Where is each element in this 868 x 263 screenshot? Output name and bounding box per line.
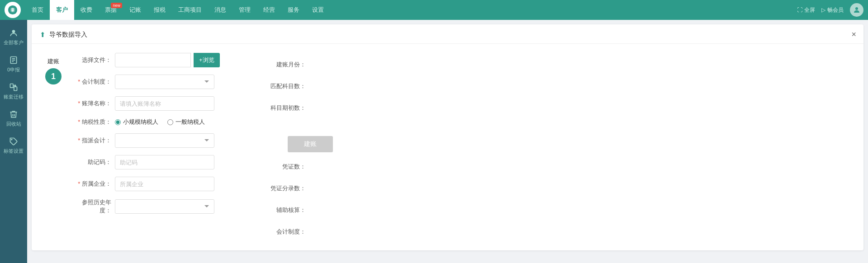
nav-settings[interactable]: 设置 bbox=[306, 0, 330, 20]
panel: ⬆ 导爷数据导入 × 建账 1 选择文件： bbox=[32, 24, 863, 250]
history-row: 参照历史年度： bbox=[75, 198, 247, 215]
svg-rect-9 bbox=[14, 87, 17, 90]
accounting-row: 会计制度： bbox=[75, 75, 247, 89]
step-indicator: 建账 1 bbox=[45, 53, 62, 239]
tax-label: 纳税性质： bbox=[75, 118, 111, 126]
ledger-row: 账簿名称： bbox=[75, 96, 247, 111]
nav-message[interactable]: 消息 bbox=[208, 0, 232, 20]
build-month-label: 建账月份： bbox=[265, 61, 306, 69]
fullscreen-button[interactable]: ⛶ 全屏 bbox=[797, 6, 815, 14]
nav-bookkeeping[interactable]: 记账 bbox=[123, 0, 147, 20]
tax-row: 纳税性质： 小规模纳税人 一般纳税人 bbox=[75, 118, 247, 126]
assign-row: 指派会计： bbox=[75, 133, 247, 148]
logo[interactable] bbox=[5, 2, 21, 18]
file-label: 选择文件： bbox=[75, 56, 111, 64]
transfer-icon bbox=[9, 82, 19, 92]
radio-small-label: 小规模纳税人 bbox=[123, 118, 158, 126]
svg-point-2 bbox=[855, 7, 858, 10]
radio-small-input[interactable] bbox=[115, 119, 121, 125]
nav-business[interactable]: 工商项目 bbox=[172, 0, 208, 20]
assign-select[interactable] bbox=[115, 133, 214, 148]
close-button[interactable]: × bbox=[851, 30, 856, 39]
vip-button[interactable]: ▷ 畅会员 bbox=[821, 6, 844, 14]
build-btn-area: 建账 bbox=[265, 127, 356, 152]
build-button[interactable]: 建账 bbox=[288, 136, 333, 152]
nav-fee[interactable]: 收费 bbox=[74, 0, 99, 20]
sidebar: 全部客户 0申报 账套迁移 bbox=[0, 20, 27, 263]
auxiliary-label: 辅助核算： bbox=[265, 206, 306, 214]
top-nav: 首页 客户 收费 票据 new 记账 报税 工商项目 消息 管理 经营 服务 设… bbox=[0, 0, 868, 20]
history-select[interactable] bbox=[115, 199, 214, 214]
sidebar-item-account-transfer[interactable]: 账套迁移 bbox=[0, 79, 27, 104]
assign-label: 指派会计： bbox=[75, 136, 111, 145]
accounting-system-label: 会计制度： bbox=[265, 228, 306, 236]
file-input-group: +浏览 bbox=[115, 53, 220, 67]
upload-icon: ⬆ bbox=[40, 31, 46, 39]
accounting-label: 会计制度： bbox=[75, 78, 111, 86]
svg-point-3 bbox=[12, 30, 15, 33]
fullscreen-label: 全屏 bbox=[804, 6, 815, 14]
new-badge: new bbox=[111, 3, 122, 8]
person-icon bbox=[9, 28, 19, 38]
accounting-select[interactable] bbox=[115, 75, 214, 89]
nav-right: ⛶ 全屏 ▷ 畅会员 bbox=[797, 3, 863, 17]
form-fields: 选择文件： +浏览 会计制度： bbox=[75, 53, 247, 239]
nav-customer[interactable]: 客户 bbox=[50, 0, 74, 20]
fullscreen-icon: ⛶ bbox=[797, 7, 802, 13]
vip-icon: ▷ bbox=[821, 7, 825, 13]
nav-invoice[interactable]: 票据 new bbox=[99, 0, 123, 20]
ledger-label: 账簿名称： bbox=[75, 99, 111, 108]
browse-button[interactable]: +浏览 bbox=[194, 53, 220, 67]
avatar[interactable] bbox=[850, 3, 863, 17]
radio-general-taxpayer[interactable]: 一般纳税人 bbox=[167, 118, 205, 126]
info-init-balance: 科目期初数： bbox=[265, 101, 356, 115]
nav-items: 首页 客户 收费 票据 new 记账 报税 工商项目 消息 管理 经营 服务 设… bbox=[25, 0, 797, 20]
svg-point-10 bbox=[11, 139, 12, 140]
file-text-input[interactable] bbox=[115, 53, 191, 67]
panel-header: ⬆ 导爷数据导入 × bbox=[32, 24, 863, 44]
sidebar-item-tag-settings[interactable]: 标签设置 bbox=[0, 133, 27, 158]
sidebar-item-all-customers[interactable]: 全部客户 bbox=[0, 24, 27, 50]
radio-general-input[interactable] bbox=[167, 119, 173, 125]
memo-label: 助记码： bbox=[75, 158, 111, 166]
info-voucher-entries: 凭证分录数： bbox=[265, 181, 356, 196]
info-auxiliary: 辅助核算： bbox=[265, 203, 356, 217]
company-input[interactable] bbox=[115, 177, 214, 191]
nav-manage[interactable]: 管理 bbox=[232, 0, 257, 20]
panel-title: 导爷数据导入 bbox=[49, 31, 87, 39]
ledger-input[interactable] bbox=[115, 96, 214, 111]
memo-input[interactable] bbox=[115, 155, 214, 169]
nav-home[interactable]: 首页 bbox=[25, 0, 50, 20]
match-accounts-label: 匹配科目数： bbox=[265, 82, 306, 90]
info-build-month: 建账月份： bbox=[265, 57, 356, 72]
info-accounting-system: 会计制度： bbox=[265, 225, 356, 239]
form-container: 建账 1 选择文件： +浏览 会计制度： bbox=[32, 44, 863, 248]
radio-general-label: 一般纳税人 bbox=[175, 118, 205, 126]
tax-radio-group: 小规模纳税人 一般纳税人 bbox=[115, 118, 205, 126]
declaration-icon bbox=[9, 55, 19, 65]
voucher-entries-label: 凭证分录数： bbox=[265, 184, 306, 193]
init-balance-label: 科目期初数： bbox=[265, 104, 306, 112]
sidebar-item-recycle[interactable]: 回收站 bbox=[0, 106, 27, 131]
file-row: 选择文件： +浏览 bbox=[75, 53, 247, 67]
info-match-accounts: 匹配科目数： bbox=[265, 79, 356, 94]
main-content: ⬆ 导爷数据导入 × 建账 1 选择文件： bbox=[27, 20, 868, 263]
voucher-count-label: 凭证数： bbox=[265, 163, 306, 171]
vip-label: 畅会员 bbox=[827, 6, 844, 14]
svg-rect-8 bbox=[10, 84, 14, 88]
step-label: 建账 bbox=[47, 57, 59, 66]
tag-icon bbox=[9, 136, 19, 146]
radio-small-taxpayer[interactable]: 小规模纳税人 bbox=[115, 118, 158, 126]
info-voucher-count: 凭证数： bbox=[265, 160, 356, 174]
layout: 全部客户 0申报 账套迁移 bbox=[0, 20, 868, 263]
sidebar-item-declaration[interactable]: 0申报 bbox=[0, 52, 27, 77]
nav-operation[interactable]: 经营 bbox=[257, 0, 281, 20]
right-info-panel: 建账月份： 匹配科目数： 科目期初数： 建账 bbox=[265, 53, 356, 239]
svg-point-1 bbox=[11, 9, 14, 12]
nav-tax[interactable]: 报税 bbox=[147, 0, 172, 20]
nav-service[interactable]: 服务 bbox=[281, 0, 306, 20]
history-label: 参照历史年度： bbox=[75, 198, 111, 215]
memo-row: 助记码： bbox=[75, 155, 247, 169]
company-label: 所属企业： bbox=[75, 180, 111, 188]
company-row: 所属企业： bbox=[75, 177, 247, 191]
